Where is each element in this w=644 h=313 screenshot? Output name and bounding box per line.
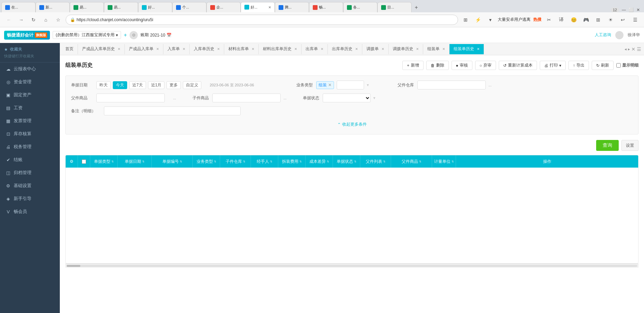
new-tab-button[interactable]: + <box>412 3 421 12</box>
scrollbar-area[interactable] <box>65 264 639 268</box>
table-col-date[interactable]: 单据日期 ⇅ <box>118 155 152 168</box>
nav-tab-assembly-history[interactable]: 组装单历史 ✕ <box>450 44 484 54</box>
lightning-button[interactable]: ⚡ <box>473 15 483 25</box>
table-col-type[interactable]: 单据类型 ⇅ <box>90 155 118 168</box>
sidebar-item-archive[interactable]: ◫ 归档管理 <box>0 166 60 179</box>
parent-goods-more-btn[interactable]: ... <box>173 96 176 100</box>
sidebar-item-basic-settings[interactable]: ⚙ 基础设置 <box>0 179 60 192</box>
remove-biz-type-btn[interactable]: ✕ <box>328 83 332 87</box>
child-goods-input[interactable] <box>212 94 281 102</box>
settings-btn[interactable]: 设置 <box>621 140 639 151</box>
table-col-cost[interactable]: 拆装费用 ⇅ <box>278 155 306 168</box>
audit-button[interactable]: ● 审核 <box>452 61 472 70</box>
nav-tab-in-history[interactable]: 入库单历史 ✕ <box>190 44 224 54</box>
table-col-diff[interactable]: 成本差异 ⇅ <box>306 155 333 168</box>
date-btn-more[interactable]: 更多 <box>166 81 181 89</box>
date-btn-yesterday[interactable]: 昨天 <box>96 81 111 89</box>
sidebar-item-checkout[interactable]: ✔ 结账 <box>0 153 60 166</box>
emoji-button[interactable]: 😊 <box>569 15 578 25</box>
minimize-btn[interactable]: — <box>622 8 626 12</box>
sidebar-item-vip[interactable]: V 畅会员 <box>0 205 60 218</box>
sidebar-item-inventory[interactable]: ⊡ 库存核算 <box>0 127 60 140</box>
sidebar-item-salary[interactable]: ▤ 工资 <box>0 101 60 114</box>
tab-1[interactable]: 在... <box>1 2 36 12</box>
print-button[interactable]: 🖨 打印 ▾ <box>540 61 566 70</box>
table-col-parent-list[interactable]: 父件列表 ⇅ <box>360 155 391 168</box>
scrollbar-thumb[interactable] <box>67 265 80 267</box>
close-btn[interactable]: ✕ <box>636 8 640 12</box>
date-btn-7days[interactable]: 近7天 <box>129 81 146 89</box>
close-transfer-history[interactable]: ✕ <box>416 47 419 51</box>
dropdown-button[interactable]: ▾ <box>485 15 495 25</box>
company-selector[interactable]: (勿删勿禁用）江西服宝测试专用 ▾ <box>53 31 121 39</box>
nav-tab-out-history[interactable]: 出库单历史 ✕ <box>328 44 362 54</box>
date-btn-today[interactable]: 今天 <box>113 81 127 89</box>
tab-12[interactable]: 目... <box>377 2 412 12</box>
close-assembly[interactable]: ✕ <box>442 47 445 51</box>
tab-4[interactable]: 易... <box>104 2 138 12</box>
settings-button[interactable]: ☀ <box>606 15 615 25</box>
collapse-btn[interactable]: ⌃ 收起更多条件 <box>71 119 633 129</box>
show-detail-checkbox[interactable]: 显示明细 <box>616 62 639 68</box>
favorites-header[interactable]: ★ 收藏夹 <box>4 46 56 52</box>
export-button[interactable]: ↑ 导出 <box>568 61 589 70</box>
menu-button[interactable]: ☰ <box>630 15 640 25</box>
show-detail-input[interactable] <box>616 63 621 68</box>
close-transfer[interactable]: ✕ <box>381 47 384 51</box>
bookmark-button[interactable]: ☆ <box>53 15 63 25</box>
nav-tab-finished-in[interactable]: 产成品入库单 ✕ <box>125 44 163 54</box>
sidebar-item-fund-mgmt[interactable]: ◎ 资金管理 <box>0 75 60 88</box>
close-out[interactable]: ✕ <box>321 47 323 51</box>
sidebar-item-guide[interactable]: ◈ 新手引导 <box>0 192 60 205</box>
game-button[interactable]: 🎮 <box>581 15 591 25</box>
home-button[interactable]: ⌂ <box>41 15 51 25</box>
sidebar-item-invoice[interactable]: ▦ 发票管理 <box>0 114 60 127</box>
back-button[interactable]: ← <box>4 15 14 25</box>
biz-type-select[interactable] <box>337 81 364 89</box>
calendar-icon[interactable]: 📅 <box>166 33 172 38</box>
table-col-unit[interactable]: 计量单位 ⇅ <box>432 155 456 168</box>
apps-button[interactable]: ⊞ <box>461 15 470 25</box>
tab-6[interactable]: 个... <box>172 2 206 12</box>
child-goods-more-btn[interactable]: ... <box>283 96 286 100</box>
scissors-button[interactable]: ✂ <box>544 15 554 25</box>
nav-tab-home[interactable]: 首页 <box>61 44 78 54</box>
close-finished-in-history[interactable]: ✕ <box>118 47 120 51</box>
nav-tab-finished-in-history[interactable]: 产成品入库单历史 ✕ <box>78 44 125 54</box>
nav-tab-material-out-history[interactable]: 材料出库单历史 ✕ <box>259 44 301 54</box>
add-company-button[interactable]: + <box>124 32 127 38</box>
nav-tab-assembly[interactable]: 组装单 ✕ <box>423 44 450 54</box>
scroll-left-btn[interactable]: ◂ <box>625 47 627 52</box>
table-col-handler[interactable]: 经手人 ⇅ <box>251 155 278 168</box>
reload-button[interactable]: ↻ <box>29 15 38 25</box>
tab-7[interactable]: 企... <box>206 2 241 12</box>
table-checkbox-col[interactable] <box>78 155 90 168</box>
close-in-history[interactable]: ✕ <box>217 47 220 51</box>
parent-warehouse-more-btn[interactable]: ... <box>488 83 492 87</box>
table-col-warehouse[interactable]: 子件仓库 ⇅ <box>220 155 251 168</box>
bill-status-dropdown[interactable]: ▾ <box>373 96 375 100</box>
settings-icon[interactable]: ⚙ <box>130 31 138 39</box>
add-button[interactable]: + 新增 <box>402 61 423 70</box>
close-all-btn[interactable]: ✕ <box>631 46 635 52</box>
nav-tab-out[interactable]: 出库单 ✕ <box>301 44 328 54</box>
abandon-button[interactable]: ○ 弃审 <box>475 61 496 70</box>
remark-input[interactable] <box>104 106 241 115</box>
tab-3[interactable]: 易... <box>70 2 104 12</box>
parent-warehouse-input[interactable] <box>417 81 486 89</box>
parent-goods-input[interactable] <box>96 94 165 102</box>
select-all-checkbox[interactable] <box>82 159 86 164</box>
close-assembly-history[interactable]: ✕ <box>477 47 480 51</box>
sidebar-item-tax[interactable]: 🖨 税务管理 <box>0 140 60 153</box>
nav-tab-transfer-history[interactable]: 调拨单历史 ✕ <box>389 44 423 54</box>
table-settings-col[interactable]: ⚙ <box>66 155 78 168</box>
close-out-history[interactable]: ✕ <box>355 47 358 51</box>
scroll-right-btn[interactable]: ▸ <box>628 47 630 52</box>
date-btn-1month[interactable]: 近1月 <box>148 81 165 89</box>
tab-options-btn[interactable]: ☰ <box>637 46 641 52</box>
date-btn-custom[interactable]: 自定义 <box>183 81 201 89</box>
biz-type-dropdown[interactable]: ▾ <box>367 83 369 87</box>
sidebar-item-cloud-report[interactable]: ☁ 云报表中心 <box>0 62 60 75</box>
delete-button[interactable]: 🗑 删除 <box>426 61 449 70</box>
nav-tab-transfer[interactable]: 调拨单 ✕ <box>362 44 389 54</box>
